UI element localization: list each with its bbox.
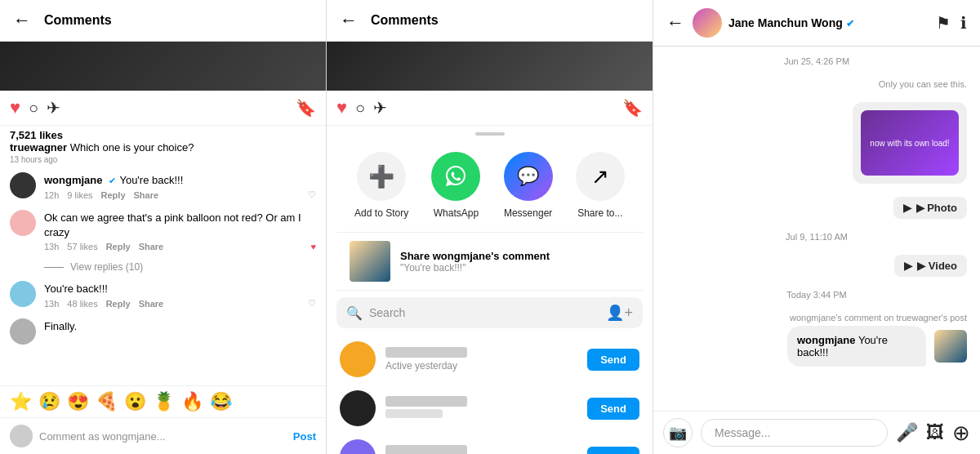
- left-action-bar: ♥ ○ ✈ 🔖: [0, 91, 326, 126]
- preview-thumb: [350, 241, 390, 282]
- emoji-cry[interactable]: 😢: [38, 391, 60, 412]
- emoji-love[interactable]: 😍: [67, 391, 89, 412]
- image-button[interactable]: 🖼: [926, 422, 944, 443]
- heart-icon[interactable]: ♥: [336, 97, 347, 118]
- comments-list: wongmjane ✔ You're back!!! 12h 9 likes R…: [0, 166, 326, 385]
- comment-icon[interactable]: ○: [29, 99, 38, 118]
- send-button[interactable]: Send: [587, 447, 639, 455]
- recipient-name: [385, 445, 587, 454]
- share-add-story[interactable]: ➕ Add to Story: [354, 152, 408, 219]
- post-image-strip: [0, 42, 326, 91]
- photo-play-button[interactable]: ▶ ▶ Photo: [893, 197, 967, 219]
- send-button[interactable]: Send: [587, 398, 639, 420]
- shared-label: wongmjane's comment on truewagner's post: [787, 313, 967, 323]
- sheet-drag-pill: [475, 132, 505, 136]
- bookmark-icon[interactable]: 🔖: [296, 98, 316, 118]
- recipient-name: [385, 396, 587, 409]
- dm-username: Jane Manchun Wong ✔: [728, 16, 854, 29]
- avatar: [10, 172, 36, 198]
- comment-text: Finally.: [44, 320, 77, 332]
- emoji-laugh[interactable]: 😂: [210, 391, 232, 412]
- comment-heart-icon[interactable]: ♥: [310, 242, 316, 251]
- emoji-star[interactable]: ⭐: [10, 391, 32, 412]
- comment-item: Ok can we agree that's a pink balloon no…: [10, 210, 316, 251]
- recipient-info: [385, 396, 587, 421]
- comment-text: You're back!!!: [119, 174, 183, 186]
- right-back-button[interactable]: ←: [666, 12, 684, 33]
- dm-thread: Jun 25, 4:26 PM Only you can see this. n…: [653, 47, 980, 411]
- comment-heart-icon[interactable]: ♡: [308, 298, 316, 309]
- share-sheet-panel: ← Comments ♥ ○ ✈ 🔖 ➕ Add to Story WhatsA…: [327, 0, 653, 454]
- share-button[interactable]: Share: [139, 299, 164, 309]
- comment-preview-card: Share wongmjane's comment "You're back!!…: [336, 232, 643, 291]
- comment-icon[interactable]: ○: [355, 99, 365, 118]
- share-button[interactable]: Share: [134, 190, 159, 200]
- reply-button[interactable]: Reply: [101, 190, 126, 200]
- middle-back-button[interactable]: ←: [340, 10, 358, 31]
- reply-button[interactable]: Reply: [106, 299, 131, 309]
- video-play-button[interactable]: ▶ ▶ Video: [894, 255, 967, 277]
- avatar: [10, 318, 36, 345]
- camera-button[interactable]: 📷: [663, 418, 693, 447]
- middle-header: ← Comments: [327, 0, 653, 42]
- message-input[interactable]: [701, 419, 888, 447]
- comment-username: wongmjane: [44, 174, 103, 186]
- post-button[interactable]: Post: [293, 430, 316, 443]
- send-button[interactable]: Send: [587, 349, 639, 371]
- search-icon: 🔍: [346, 305, 363, 321]
- share-whatsapp[interactable]: WhatsApp: [431, 152, 480, 219]
- comment-likes: 9 likes: [67, 190, 92, 200]
- add-story-icon: ➕: [357, 152, 406, 201]
- play-icon: ▶: [903, 202, 911, 214]
- share-more[interactable]: ↗ Share to...: [576, 152, 625, 219]
- send-icon[interactable]: ✈: [47, 98, 60, 118]
- emoji-pizza[interactable]: 🍕: [96, 391, 118, 412]
- dm-user-avatar: [693, 8, 722, 38]
- dm-thread-panel: ← Jane Manchun Wong ✔ ⚑ ℹ Jun 25, 4:26 P…: [653, 0, 980, 454]
- search-input[interactable]: [369, 306, 606, 319]
- recipient-info: [385, 445, 587, 454]
- recipient-sub: [385, 409, 587, 421]
- comment-time: 12h: [44, 190, 59, 200]
- comment-heart-icon[interactable]: ♡: [308, 189, 316, 200]
- share-messenger[interactable]: 💬 Messenger: [504, 152, 553, 219]
- view-replies-button[interactable]: View replies (10): [44, 261, 316, 273]
- share-button[interactable]: Share: [139, 242, 164, 251]
- heart-icon[interactable]: ♥: [10, 97, 20, 118]
- comment-item: You're back!!! 13h 48 likes Reply Share …: [10, 281, 316, 309]
- comment-body: Ok can we agree that's a pink balloon no…: [44, 210, 316, 251]
- avatar: [10, 210, 36, 236]
- comment-input[interactable]: [39, 430, 293, 443]
- post-meta: 7,521 likes truewagner Which one is your…: [0, 126, 326, 166]
- preview-title: Share wongmjane's comment: [400, 250, 550, 262]
- emoji-surprised[interactable]: 😮: [124, 391, 146, 412]
- mic-button[interactable]: 🎤: [896, 422, 918, 443]
- video-label: ▶ Video: [917, 260, 957, 272]
- comment-likes: 48 likes: [67, 299, 97, 309]
- emoji-pineapple[interactable]: 🍍: [153, 391, 175, 412]
- recipient-sub: Active yesterday: [385, 360, 587, 372]
- comment-time: 13h: [44, 242, 59, 251]
- comment-meta: 12h 9 likes Reply Share ♡: [44, 189, 316, 200]
- left-back-button[interactable]: ←: [13, 10, 31, 31]
- contacts-icon[interactable]: 👤+: [606, 304, 633, 322]
- emoji-fire[interactable]: 🔥: [181, 391, 203, 412]
- add-button[interactable]: ⊕: [952, 421, 970, 446]
- post-thumbnail: [934, 330, 967, 363]
- info-icon[interactable]: ℹ: [960, 13, 967, 33]
- flag-icon[interactable]: ⚑: [936, 13, 951, 33]
- photo-label: ▶ Photo: [916, 202, 957, 214]
- middle-panel-title: Comments: [371, 13, 439, 28]
- send-icon[interactable]: ✈: [373, 98, 387, 118]
- reply-button[interactable]: Reply: [106, 242, 131, 251]
- post-timestamp: 13 hours ago: [10, 155, 316, 164]
- timestamp-1: Jun 25, 4:26 PM: [666, 56, 967, 66]
- bookmark-icon[interactable]: 🔖: [622, 98, 643, 118]
- timestamp-2: Jul 9, 11:10 AM: [666, 232, 967, 242]
- comment-item: Finally.: [10, 318, 316, 345]
- comment-body: You're back!!! 13h 48 likes Reply Share …: [44, 281, 316, 309]
- shared-bubble: wongmjane You're back!!!: [787, 326, 926, 367]
- shared-username: wongmjane: [797, 334, 856, 346]
- avatar: [340, 439, 376, 454]
- likes-count: 7,521 likes: [10, 129, 316, 141]
